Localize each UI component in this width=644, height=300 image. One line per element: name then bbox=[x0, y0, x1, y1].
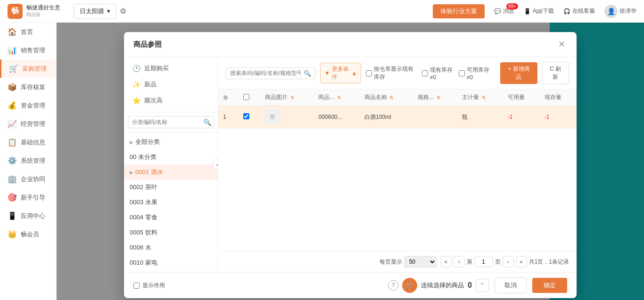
checkbox-stock[interactable] bbox=[422, 70, 428, 76]
prev-page-button[interactable]: ‹ bbox=[454, 256, 465, 267]
nav-item-guide[interactable]: 🎯 新手引导 bbox=[0, 188, 56, 207]
search-icon-small: 🔍 bbox=[203, 118, 211, 126]
category-list: ▶ 全部分类 00 未分类 ▶ 0001 酒水 0002 茶 bbox=[124, 133, 218, 272]
messages-badge: 99+ bbox=[506, 3, 518, 9]
modal-overlay: 商品参照 ✕ 🕐 近期购买 ✨ bbox=[57, 23, 644, 300]
expand-cart-button[interactable]: ⌃ bbox=[476, 279, 489, 292]
add-product-button[interactable]: + 新增商品 bbox=[500, 62, 537, 84]
store-selector[interactable]: 日太阳膜 ▾ bbox=[74, 4, 116, 19]
col-available-label: 可用量 bbox=[508, 94, 525, 100]
cell-checkbox[interactable] bbox=[239, 106, 260, 129]
sort-icon-image: ⇅ bbox=[290, 95, 294, 100]
nav-item-base[interactable]: 📋 基础信息 bbox=[0, 133, 56, 151]
user-profile[interactable]: 👤 徐泽华 bbox=[604, 5, 636, 18]
col-name[interactable]: 商品名称 ⇅ bbox=[360, 90, 413, 106]
nav-item-stock[interactable]: 📦 库存核算 bbox=[0, 78, 56, 96]
product-search-input[interactable] bbox=[230, 70, 301, 76]
filter-label: 更多条件 bbox=[332, 65, 350, 81]
cat-label-00: 00 未分类 bbox=[130, 153, 157, 161]
next-page-button[interactable]: › bbox=[503, 256, 514, 267]
modal-title: 商品参照 bbox=[133, 40, 162, 49]
try-industry-button[interactable]: 体验行业方案 bbox=[433, 4, 485, 18]
check1-label: 按仓库显示现有库存 bbox=[374, 65, 417, 81]
settings-button[interactable]: ⚙ bbox=[116, 5, 130, 18]
cat-item-0001[interactable]: ▶ 0001 酒水 bbox=[124, 165, 218, 180]
col-code[interactable]: 商品... ⇅ bbox=[314, 90, 360, 106]
check2-label: 现有库存≠0 bbox=[430, 66, 454, 81]
checkbox-show-disabled[interactable] bbox=[133, 283, 140, 289]
help-icon[interactable]: ? bbox=[388, 280, 398, 291]
nav-item-home[interactable]: 🏠 首页 bbox=[0, 23, 56, 41]
cell-stock: -1 bbox=[540, 106, 577, 129]
modal-close-button[interactable]: ✕ bbox=[556, 39, 567, 50]
table-header: ⚙ 商品图片 ⇅ bbox=[218, 90, 577, 106]
service-label: 在线客服 bbox=[572, 7, 595, 15]
cat-item-all[interactable]: ▶ 全部分类 bbox=[124, 134, 218, 150]
nav-item-enterprise[interactable]: 🏢 企业协同 bbox=[0, 170, 56, 188]
first-page-button[interactable]: « bbox=[440, 256, 452, 267]
check-available-not-zero[interactable]: 可用库存≠0 bbox=[459, 66, 491, 81]
message-icon: 💬 bbox=[494, 8, 501, 15]
cat-item-0002[interactable]: 0002 茶叶 bbox=[124, 180, 218, 195]
guide-icon: 🎯 bbox=[8, 193, 17, 202]
nav-item-business[interactable]: 📈 经营管理 bbox=[0, 115, 56, 133]
checkbox-warehouse[interactable] bbox=[366, 70, 372, 76]
category-search-area: 🔍 bbox=[124, 112, 218, 133]
more-filter-button[interactable]: ▼ 更多条件 ▲ bbox=[320, 63, 361, 83]
nav-label-guide: 新手引导 bbox=[21, 193, 45, 202]
cat-item-0008[interactable]: 0008 水 bbox=[124, 240, 218, 255]
cancel-button[interactable]: 取消 bbox=[495, 277, 527, 293]
purchase-icon: 🛒 bbox=[9, 64, 18, 73]
check-by-warehouse[interactable]: 按仓库显示现有库存 bbox=[366, 65, 417, 81]
row-checkbox[interactable] bbox=[243, 113, 249, 119]
refresh-button[interactable]: C 刷新 bbox=[542, 62, 569, 84]
tab-frequent-label: 频次高 bbox=[144, 96, 163, 105]
tab-recent-purchase[interactable]: 🕐 近期购买 bbox=[128, 61, 214, 76]
user-avatar: 👤 bbox=[604, 5, 618, 18]
tab-new-label: 新品 bbox=[144, 80, 157, 89]
nav-item-finance[interactable]: 💰 资金管理 bbox=[0, 96, 56, 115]
logo-text: 畅捷通好生意 bbox=[26, 4, 60, 12]
check-stock-not-zero[interactable]: 现有库存≠0 bbox=[422, 66, 454, 81]
cell-available: -1 bbox=[503, 106, 540, 129]
confirm-button[interactable]: 确定 bbox=[532, 278, 567, 293]
headset-icon: 🎧 bbox=[563, 8, 570, 15]
category-search-input[interactable] bbox=[128, 116, 214, 128]
show-disabled-checkbox[interactable]: 显示停用 bbox=[133, 282, 165, 290]
cat-item-0003[interactable]: 0003 水果 bbox=[124, 195, 218, 210]
col-spec[interactable]: 规格... ⇅ bbox=[413, 90, 457, 106]
last-page-button[interactable]: » bbox=[516, 256, 527, 267]
col-unit[interactable]: 主计量 ⇅ bbox=[457, 90, 503, 106]
page-number-input[interactable] bbox=[474, 257, 493, 267]
cat-item-0005[interactable]: 0005 饮料 bbox=[124, 225, 218, 240]
col-image[interactable]: 商品图片 ⇅ bbox=[260, 90, 314, 106]
table-row[interactable]: 1 图 000600... 白酒100ml bbox=[218, 106, 577, 129]
cat-label-0005: 0005 饮料 bbox=[130, 228, 157, 237]
member-icon: 👑 bbox=[8, 230, 17, 239]
nav-item-apps[interactable]: 📱 应用中心 bbox=[0, 207, 56, 225]
nav-item-purchase[interactable]: 🛒 采购管理 bbox=[0, 59, 56, 78]
page-navigation: « ‹ 第 页 › » 共1页，1条记录 bbox=[440, 256, 569, 267]
checkbox-available[interactable] bbox=[459, 70, 465, 76]
business-icon: 📈 bbox=[8, 119, 17, 128]
total-info: 共1页，1条记录 bbox=[529, 258, 569, 266]
online-service-button[interactable]: 🎧 在线客服 bbox=[563, 7, 595, 15]
page-size-select[interactable]: 10 20 50 100 bbox=[404, 256, 437, 267]
nav-item-member[interactable]: 👑 畅会员 bbox=[0, 225, 56, 243]
cat-item-0010[interactable]: 0010 家电 bbox=[124, 255, 218, 270]
cell-code: 000600... bbox=[314, 106, 360, 129]
apps-icon: 📱 bbox=[8, 211, 17, 220]
tab-frequent[interactable]: ⭐ 频次高 bbox=[128, 93, 214, 108]
cat-item-00[interactable]: 00 未分类 bbox=[124, 150, 218, 165]
table-body: 1 图 000600... 白酒100ml bbox=[218, 106, 577, 129]
col-settings[interactable]: ⚙ bbox=[218, 90, 239, 106]
tab-new-product[interactable]: ✨ 新品 bbox=[128, 77, 214, 92]
cat-item-0004[interactable]: 0004 零食 bbox=[124, 210, 218, 225]
cart-section: ? 🛒 连续选择的商品 0 ⌃ bbox=[388, 278, 489, 293]
nav-item-sales[interactable]: 📊 销售管理 bbox=[0, 41, 56, 59]
messages-button[interactable]: 💬 消息 99+ bbox=[494, 7, 514, 15]
col-checkbox bbox=[239, 90, 260, 106]
select-all-checkbox[interactable] bbox=[243, 94, 249, 100]
nav-item-system[interactable]: ⚙️ 系统管理 bbox=[0, 151, 56, 170]
app-download-button[interactable]: 📱 App下载 bbox=[524, 7, 554, 15]
